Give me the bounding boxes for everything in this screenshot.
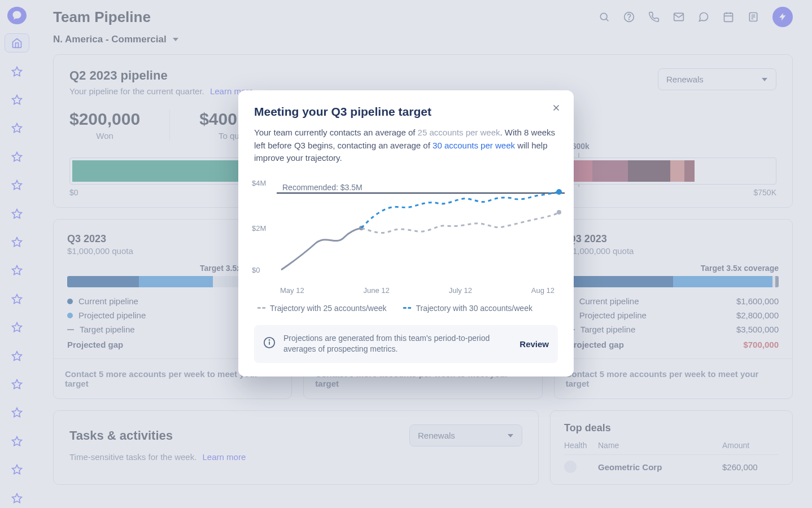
info-box: Projections are generated from this team…: [254, 325, 558, 363]
svg-point-34: [556, 189, 562, 195]
close-icon: [551, 103, 561, 113]
ytick: $2M: [252, 224, 266, 232]
info-text: Projections are generated from this team…: [283, 333, 512, 355]
xtick: June 12: [364, 286, 390, 295]
modal-current-rate: 25 accounts per week: [418, 128, 500, 137]
xtick: Aug 12: [531, 286, 555, 295]
chart-legend: Trajectory with 25 accounts/week Traject…: [257, 304, 558, 313]
chart-svg: [277, 179, 565, 275]
info-icon: [263, 336, 276, 351]
ytick: $0: [252, 265, 260, 274]
trajectory-chart: Recommended: $3.5M $4M $2M $0 May 12 Jun…: [277, 179, 558, 281]
ytick: $4M: [252, 178, 266, 187]
xtick: July 12: [449, 286, 472, 295]
svg-point-33: [557, 210, 561, 214]
modal-body: Your team currently contacts an average …: [254, 126, 558, 165]
modal-text: Your team currently contacts an average …: [254, 128, 418, 137]
legend-25: Trajectory with 25 accounts/week: [270, 304, 386, 313]
legend-dash-blue-icon: [403, 307, 411, 309]
legend-dash-grey-icon: [257, 307, 265, 309]
legend-30: Trajectory with 30 accounts/week: [416, 304, 532, 313]
modal: Meeting your Q3 pipeline target Your tea…: [238, 90, 574, 376]
xtick: May 12: [280, 286, 304, 295]
modal-title: Meeting your Q3 pipeline target: [254, 105, 558, 119]
modal-overlay: Meeting your Q3 pipeline target Your tea…: [0, 0, 812, 508]
review-button[interactable]: Review: [519, 339, 549, 349]
modal-recommended-rate: 30 accounts per week: [433, 141, 515, 150]
modal-close-button[interactable]: [551, 103, 561, 115]
svg-point-37: [269, 340, 270, 340]
